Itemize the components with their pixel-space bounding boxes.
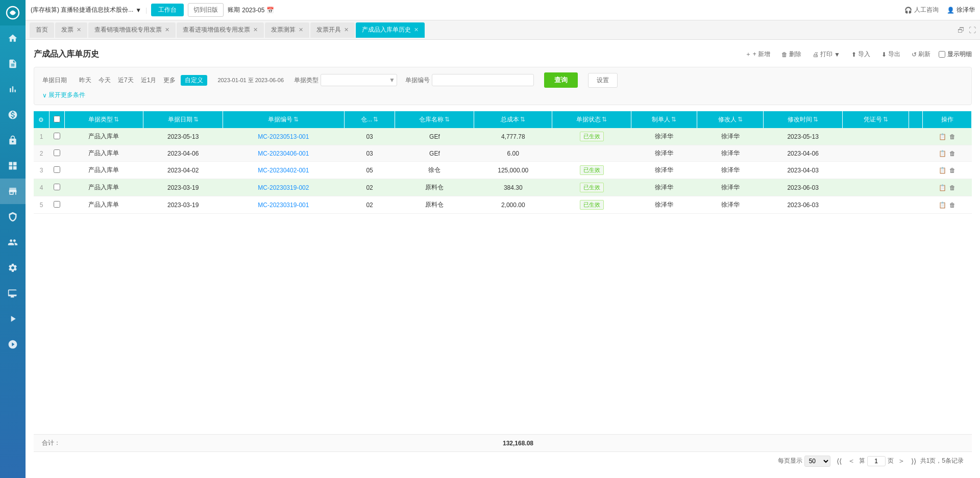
last-page-button[interactable]: ⟩⟩ <box>909 456 918 466</box>
sidebar-item-chart[interactable] <box>0 77 26 102</box>
tab-sales-invoice-close[interactable]: ✕ <box>165 27 169 33</box>
sidebar-item-stamp[interactable] <box>0 204 26 230</box>
row-checkbox-0[interactable] <box>49 128 64 145</box>
col-total-cost[interactable]: 总成本⇅ <box>474 111 552 128</box>
date-7days[interactable]: 近7天 <box>116 75 136 86</box>
tab-product-warehouse[interactable]: 产成品入库单历史 ✕ <box>356 22 425 38</box>
sidebar-item-play[interactable] <box>0 306 26 332</box>
query-button[interactable]: 查询 <box>544 72 578 88</box>
tab-invoice-issue-close[interactable]: ✕ <box>344 27 349 33</box>
row-number-4[interactable]: MC-20230319-001 <box>223 196 345 214</box>
user-avatar[interactable]: 👤 徐泽华 <box>947 6 975 14</box>
sort-date-icon[interactable]: ⇅ <box>193 116 199 123</box>
row-number-0[interactable]: MC-20230513-001 <box>223 128 345 145</box>
export-button[interactable]: ⬇ 导出 <box>878 48 903 61</box>
print-button[interactable]: 🖨 打印 ▼ <box>810 48 843 61</box>
row-edit-icon-2[interactable]: 📋 <box>939 167 946 174</box>
sort-creator-icon[interactable]: ⇅ <box>671 116 676 123</box>
maximize-button[interactable]: ⛶ <box>969 26 976 34</box>
settings-button[interactable]: 设置 <box>588 73 618 88</box>
company-dropdown-icon[interactable]: ▼ <box>135 7 141 14</box>
row-number-2[interactable]: MC-20230402-001 <box>223 162 345 179</box>
row-delete-icon-2[interactable]: 🗑 <box>949 167 955 174</box>
sort-voucher-icon[interactable]: ⇅ <box>883 116 888 123</box>
row-checkbox-4[interactable] <box>49 196 64 214</box>
sort-status-icon[interactable]: ⇅ <box>602 116 607 123</box>
next-page-button[interactable]: ＞ <box>896 456 907 467</box>
per-page-select[interactable]: 20 50 100 200 <box>804 456 830 467</box>
tab-invoice-calc[interactable]: 发票测算 ✕ <box>265 22 309 38</box>
sidebar-item-monitor[interactable] <box>0 281 26 306</box>
print-dropdown-icon[interactable]: ▼ <box>834 51 840 58</box>
date-today[interactable]: 今天 <box>96 75 113 86</box>
delete-button[interactable]: 🗑 删除 <box>778 48 804 61</box>
row-number-1[interactable]: MC-20230406-001 <box>223 145 345 162</box>
company-selector[interactable]: (库存核算) 直播轻捷通信息技术股份... ▼ <box>31 6 141 14</box>
row-edit-icon-4[interactable]: 📋 <box>939 202 946 209</box>
prev-page-button[interactable]: ＜ <box>846 456 857 467</box>
row-checkbox-3[interactable] <box>49 179 64 196</box>
col-voucher[interactable]: 凭证号⇅ <box>843 111 909 128</box>
page-number-input[interactable] <box>867 456 886 466</box>
date-custom[interactable]: 自定义 <box>181 75 207 86</box>
doc-number-input[interactable] <box>432 74 534 86</box>
tab-invoice[interactable]: 发票 ✕ <box>55 22 87 38</box>
row-checkbox-2[interactable] <box>49 162 64 179</box>
tab-home[interactable]: 首页 <box>30 22 54 38</box>
col-settings[interactable]: ⚙ <box>34 111 49 128</box>
sidebar-item-settings[interactable] <box>0 255 26 281</box>
col-warehouse-name[interactable]: 仓库名称⇅ <box>395 111 474 128</box>
expand-more-button[interactable]: ∨ 展开更多条件 <box>42 91 963 99</box>
row-edit-icon-3[interactable]: 📋 <box>939 184 946 191</box>
col-modifier[interactable]: 修改人⇅ <box>697 111 763 128</box>
sidebar-item-inventory[interactable] <box>0 179 26 204</box>
show-details-checkbox[interactable] <box>939 51 945 58</box>
show-details-toggle[interactable]: 显示明细 <box>939 50 972 59</box>
row-delete-icon-0[interactable]: 🗑 <box>949 133 955 140</box>
sort-modify-time-icon[interactable]: ⇅ <box>813 116 818 123</box>
tab-invoice-calc-close[interactable]: ✕ <box>299 27 303 33</box>
minimize-button[interactable]: 🗗 <box>958 26 965 34</box>
row-delete-icon-1[interactable]: 🗑 <box>949 150 955 157</box>
col-warehouse-code[interactable]: 仓...⇅ <box>344 111 395 128</box>
sort-modifier-icon[interactable]: ⇅ <box>738 116 743 123</box>
sidebar-item-people[interactable] <box>0 230 26 255</box>
doc-type-select[interactable] <box>321 74 397 86</box>
sort-warehouse-name-icon[interactable]: ⇅ <box>445 116 450 123</box>
tab-invoice-close[interactable]: ✕ <box>77 27 81 33</box>
sort-number-icon[interactable]: ⇅ <box>293 116 299 123</box>
date-more[interactable]: 更多 <box>161 75 178 86</box>
tab-invoice-issue[interactable]: 发票开具 ✕ <box>310 22 355 38</box>
row-delete-icon-4[interactable]: 🗑 <box>949 202 955 209</box>
col-status[interactable]: 单据状态⇅ <box>552 111 631 128</box>
tab-purchase-invoice[interactable]: 查看进项增值税专用发票 ✕ <box>177 22 264 38</box>
col-number[interactable]: 单据编号⇅ <box>223 111 345 128</box>
col-date[interactable]: 单据日期⇅ <box>143 111 223 128</box>
tab-sales-invoice[interactable]: 查看销项增值税专用发票 ✕ <box>88 22 176 38</box>
sort-warehouse-code-icon[interactable]: ⇅ <box>373 116 378 123</box>
tab-product-warehouse-close[interactable]: ✕ <box>414 27 419 33</box>
sidebar-item-home[interactable] <box>0 26 26 51</box>
date-1month[interactable]: 近1月 <box>139 75 159 86</box>
sidebar-item-finance[interactable] <box>0 102 26 128</box>
old-version-button[interactable]: 切到旧版 <box>188 3 224 17</box>
first-page-button[interactable]: ⟨⟨ <box>835 456 844 466</box>
sidebar-item-lock[interactable] <box>0 128 26 153</box>
workbench-button[interactable]: 工作台 <box>151 4 184 16</box>
row-checkbox-1[interactable] <box>49 145 64 162</box>
col-modify-time[interactable]: 修改时间⇅ <box>763 111 843 128</box>
date-yesterday[interactable]: 昨天 <box>77 75 93 86</box>
refresh-button[interactable]: ↺ 刷新 <box>909 48 934 61</box>
col-type[interactable]: 单据类型⇅ <box>64 111 143 128</box>
row-edit-icon-1[interactable]: 📋 <box>939 150 946 157</box>
period-calendar-icon[interactable]: 📅 <box>266 7 274 14</box>
sidebar-item-document[interactable] <box>0 51 26 77</box>
tab-purchase-invoice-close[interactable]: ✕ <box>253 27 258 33</box>
sort-total-cost-icon[interactable]: ⇅ <box>520 116 525 123</box>
row-delete-icon-3[interactable]: 🗑 <box>949 184 955 191</box>
sort-type-icon[interactable]: ⇅ <box>114 116 119 123</box>
col-checkbox[interactable] <box>49 111 64 128</box>
import-button[interactable]: ⬆ 导入 <box>848 48 873 61</box>
row-number-3[interactable]: MC-20230319-002 <box>223 179 345 196</box>
gear-icon-header[interactable]: ⚙ <box>38 116 44 123</box>
